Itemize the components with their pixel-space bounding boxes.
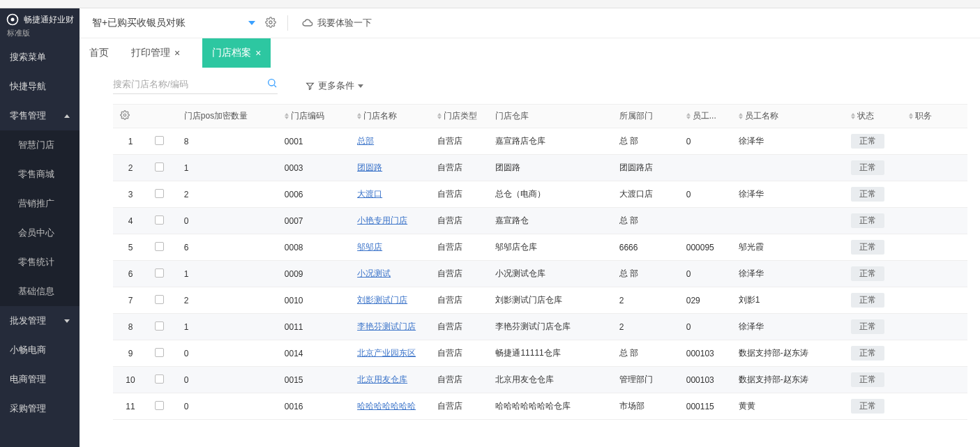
store-name-link[interactable]: 李艳芬测试门店 — [357, 321, 416, 331]
cell-dept: 2 — [612, 287, 679, 314]
column-empname[interactable]: 员工名称 — [732, 105, 844, 128]
tab[interactable]: 打印管理× — [131, 38, 180, 68]
row-index: 1 — [113, 128, 148, 155]
close-icon[interactable]: × — [255, 47, 261, 59]
sidebar-item-label: 小畅电商 — [10, 344, 46, 356]
more-filter-button[interactable]: 更多条件 — [306, 79, 363, 92]
cell-dept: 大渡口店 — [612, 181, 679, 208]
store-name-link[interactable]: 小艳专用门店 — [357, 215, 407, 225]
row-checkbox[interactable] — [155, 136, 164, 145]
row-index: 3 — [113, 181, 148, 208]
row-checkbox[interactable] — [155, 401, 164, 410]
sidebar-item[interactable]: 智慧门店 — [0, 130, 80, 160]
row-checkbox[interactable] — [155, 162, 164, 172]
search-icon[interactable] — [266, 77, 278, 91]
table-row: 180001总部自营店嘉宣路店仓库总 部0徐泽华正常 — [113, 128, 967, 155]
column-gear[interactable] — [113, 105, 148, 128]
cell-empcode: 0 — [679, 261, 732, 287]
column-dept[interactable]: 所属部门 — [612, 105, 679, 128]
cell-type: 自营店 — [430, 261, 488, 287]
svg-point-2 — [269, 21, 272, 24]
table-row: 720010刘影测试门店自营店刘影测试门店仓库2029刘影1正常 — [113, 287, 967, 314]
status-badge: 正常 — [851, 134, 884, 149]
column-type[interactable]: 门店类型 — [430, 105, 488, 128]
store-name-link[interactable]: 邬邬店 — [357, 242, 382, 252]
sidebar-item-label: 营销推广 — [18, 198, 54, 209]
cell-status: 正常 — [844, 314, 902, 340]
search-input[interactable] — [113, 79, 252, 89]
sidebar-item-label: 基础信息 — [18, 286, 54, 296]
cell-pos: 0 — [177, 367, 278, 393]
column-job[interactable]: 职务 — [902, 105, 967, 128]
row-checkbox[interactable] — [155, 321, 164, 331]
sidebar-item[interactable]: 批发管理 — [0, 306, 80, 335]
status-badge: 正常 — [851, 187, 884, 202]
purchase-block[interactable]: 智+已购买收银员对账 — [92, 17, 255, 29]
sidebar-item[interactable]: 电商管理 — [0, 365, 80, 394]
main-panel: 智+已购买收银员对账 我要体验一下 首页打印管理×门店档案× — [80, 8, 980, 447]
sidebar-item[interactable]: 零售商城 — [0, 160, 80, 189]
store-table: 门店pos加密数量 门店编码 门店名称 门店类型 门店仓库 所属部门 员工...… — [113, 104, 967, 420]
column-name[interactable]: 门店名称 — [350, 105, 430, 128]
sidebar-item[interactable]: 零售管理 — [0, 101, 80, 130]
sidebar-item[interactable]: 快捷导航 — [0, 72, 80, 101]
sidebar-item[interactable]: 会员中心 — [0, 218, 80, 248]
cell-pos: 8 — [177, 128, 278, 155]
cell-job — [902, 340, 967, 367]
sidebar-item[interactable]: 搜索菜单 — [0, 43, 80, 72]
column-empcode[interactable]: 员工... — [679, 105, 732, 128]
cell-pos: 6 — [177, 234, 278, 261]
cell — [148, 340, 177, 367]
table-row: 320006大渡口自营店总仓（电商）大渡口店0徐泽华正常 — [113, 181, 967, 208]
store-name-link[interactable]: 大渡口 — [357, 189, 382, 199]
column-code[interactable]: 门店编码 — [278, 105, 350, 128]
experience-button[interactable]: 我要体验一下 — [302, 17, 372, 29]
tab[interactable]: 首页 — [89, 38, 109, 68]
cell-pos: 0 — [177, 208, 278, 234]
row-checkbox[interactable] — [155, 374, 164, 384]
store-name-link[interactable]: 刘影测试门店 — [357, 295, 407, 305]
sidebar-item[interactable]: 零售统计 — [0, 248, 80, 277]
sidebar-item-label: 批发管理 — [10, 315, 46, 327]
store-name-link[interactable]: 团圆路 — [357, 162, 382, 172]
tab-label: 门店档案 — [212, 47, 251, 59]
cell-empcode: 000095 — [679, 234, 732, 261]
sidebar-item[interactable]: 营销推广 — [0, 189, 80, 218]
cell-type: 自营店 — [430, 314, 488, 340]
column-pos[interactable]: 门店pos加密数量 — [177, 105, 278, 128]
cell-empname: 徐泽华 — [732, 261, 844, 287]
store-name-link[interactable]: 北京用友仓库 — [357, 374, 407, 384]
table-row: 1000015北京用友仓库自营店北京用友仓仓库管理部门000103数据支持部-赵… — [113, 367, 967, 393]
store-name-link[interactable]: 哈哈哈哈哈哈哈 — [357, 401, 416, 411]
cell-warehouse: 总仓（电商） — [488, 181, 612, 208]
sidebar-item[interactable]: 采购管理 — [0, 394, 80, 423]
store-name-link[interactable]: 小况测试 — [357, 268, 391, 278]
column-warehouse[interactable]: 门店仓库 — [488, 105, 612, 128]
cell-status: 正常 — [844, 128, 902, 155]
close-icon[interactable]: × — [174, 47, 180, 59]
row-checkbox[interactable] — [155, 295, 164, 304]
sidebar-item-label: 快捷导航 — [10, 80, 46, 93]
more-filter-label: 更多条件 — [318, 79, 354, 92]
cell-job — [902, 393, 967, 420]
store-name-link[interactable]: 总部 — [357, 136, 374, 146]
row-checkbox[interactable] — [155, 189, 164, 198]
tabs-row: 首页打印管理×门店档案× — [80, 38, 980, 68]
row-checkbox[interactable] — [155, 242, 164, 251]
svg-point-1 — [11, 18, 15, 22]
column-status[interactable]: 状态 — [844, 105, 902, 128]
row-checkbox[interactable] — [155, 268, 164, 278]
sidebar-item[interactable]: 小畅电商 — [0, 335, 80, 365]
sidebar-item[interactable]: 基础信息 — [0, 277, 80, 306]
row-checkbox[interactable] — [155, 215, 164, 225]
cell-pos: 2 — [177, 181, 278, 208]
row-checkbox[interactable] — [155, 348, 164, 357]
cell-status: 正常 — [844, 208, 902, 234]
cell-type: 自营店 — [430, 287, 488, 314]
gear-icon[interactable] — [265, 17, 276, 30]
cell-empcode: 029 — [679, 287, 732, 314]
header-row: 智+已购买收银员对账 我要体验一下 — [80, 8, 980, 38]
sidebar-item-label: 电商管理 — [10, 373, 46, 386]
tab[interactable]: 门店档案× — [202, 38, 271, 68]
store-name-link[interactable]: 北京产业园东区 — [357, 348, 416, 358]
